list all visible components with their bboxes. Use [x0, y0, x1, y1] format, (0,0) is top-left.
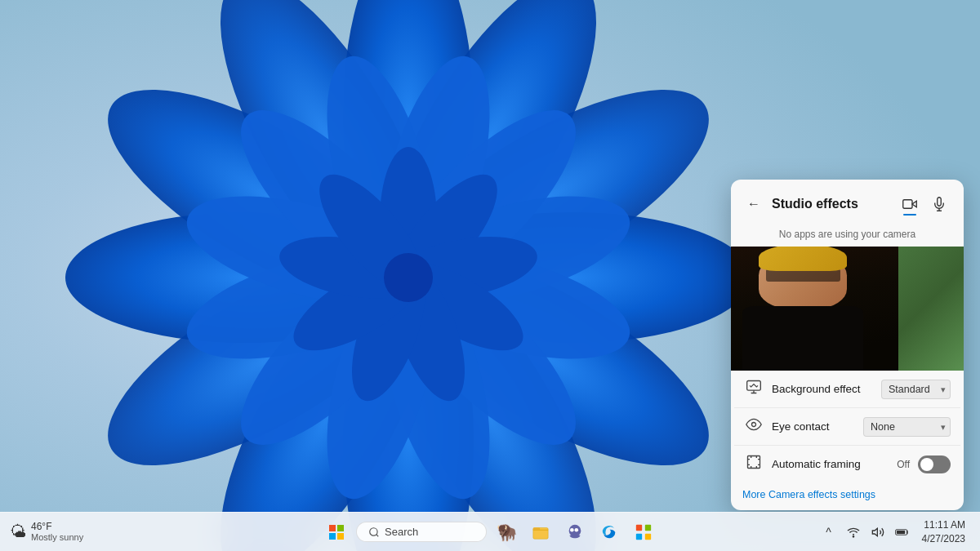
background-effect-control[interactable]: Standard Blur Replace	[881, 380, 951, 399]
svg-rect-43	[329, 533, 336, 540]
camera-preview	[731, 247, 964, 371]
weather-text: 46°F Mostly sunny	[31, 521, 83, 544]
no-camera-message: No apps are using your camera	[731, 225, 964, 247]
background-effect-icon	[744, 379, 764, 399]
weather-condition: Mostly sunny	[31, 532, 83, 543]
battery-icon[interactable]	[891, 521, 914, 544]
panel-header: ← Studio effects	[731, 180, 964, 225]
more-camera-settings-link[interactable]: More Camera effects settings	[731, 482, 964, 504]
search-label: Search	[385, 526, 418, 538]
taskbar-app-store[interactable]	[629, 518, 658, 547]
taskbar-app-tapir[interactable]: 🦬	[492, 518, 521, 547]
svg-rect-41	[329, 525, 336, 531]
taskbar-app-chat[interactable]	[560, 518, 590, 547]
camera-icon-button[interactable]	[897, 191, 923, 217]
clock-date: 4/27/2023	[922, 532, 965, 546]
svg-marker-56	[872, 528, 877, 535]
eye-contact-row: Eye contact None Standard Teleprompter	[734, 408, 960, 446]
svg-rect-52	[645, 524, 651, 530]
eye-contact-icon	[744, 416, 764, 437]
panel-settings: Background effect Standard Blur Replace	[731, 371, 964, 482]
back-button[interactable]: ←	[742, 193, 765, 216]
taskbar-app-file-explorer[interactable]	[526, 518, 555, 547]
volume-icon[interactable]	[866, 521, 889, 544]
automatic-framing-toggle[interactable]	[918, 455, 951, 473]
svg-rect-58	[897, 531, 905, 534]
svg-rect-40	[748, 456, 760, 469]
svg-point-45	[370, 527, 377, 535]
svg-rect-35	[903, 200, 912, 209]
eye-contact-label: Eye contact	[772, 420, 855, 433]
weather-widget[interactable]: 🌤 46°F Mostly sunny	[10, 521, 83, 544]
search-icon	[368, 527, 380, 538]
automatic-framing-control: Off	[897, 455, 951, 473]
svg-rect-53	[636, 533, 642, 539]
microphone-icon-button[interactable]	[926, 191, 952, 217]
search-bar[interactable]: Search	[356, 522, 487, 542]
svg-rect-38	[747, 381, 761, 391]
svg-rect-54	[645, 533, 651, 539]
panel-title: Studio effects	[772, 197, 890, 211]
weather-icon: 🌤	[10, 522, 26, 541]
svg-rect-51	[636, 524, 642, 530]
taskbar: 🌤 46°F Mostly sunny	[0, 512, 980, 551]
clock-time: 11:11 AM	[924, 518, 965, 532]
background-effect-label: Background effect	[772, 383, 873, 395]
svg-point-34	[384, 253, 433, 302]
panel-header-icons	[897, 191, 952, 217]
eye-contact-control[interactable]: None Standard Teleprompter	[863, 417, 951, 437]
svg-point-49	[570, 527, 574, 531]
taskbar-app-edge[interactable]	[595, 518, 624, 547]
wifi-icon[interactable]	[842, 521, 865, 544]
svg-rect-47	[533, 527, 540, 530]
automatic-framing-row: Automatic framing Off	[734, 446, 960, 482]
eye-contact-select[interactable]: None Standard Teleprompter	[863, 417, 951, 437]
system-tray-chevron[interactable]: ^	[817, 521, 840, 544]
taskbar-left: 🌤 46°F Mostly sunny	[10, 521, 87, 544]
taskbar-right: ^	[817, 517, 970, 548]
desktop: ← Studio effects	[0, 0, 980, 551]
start-button[interactable]	[322, 518, 351, 547]
background-effect-row: Background effect Standard Blur Replace	[734, 371, 960, 408]
system-tray: ^	[817, 521, 914, 544]
background-effect-select[interactable]: Standard Blur Replace	[881, 380, 951, 399]
taskbar-center: Search 🦬	[322, 518, 658, 547]
studio-effects-panel: ← Studio effects	[731, 180, 964, 510]
weather-temp: 46°F	[31, 521, 83, 532]
svg-point-50	[575, 527, 579, 531]
automatic-framing-icon	[744, 454, 764, 474]
automatic-framing-label: Automatic framing	[772, 458, 889, 470]
svg-point-55	[853, 535, 853, 536]
automatic-framing-value: Off	[897, 459, 910, 470]
clock-area[interactable]: 11:11 AM 4/27/2023	[917, 517, 970, 548]
svg-rect-42	[337, 525, 344, 531]
svg-rect-44	[337, 533, 344, 540]
svg-point-39	[752, 423, 756, 427]
